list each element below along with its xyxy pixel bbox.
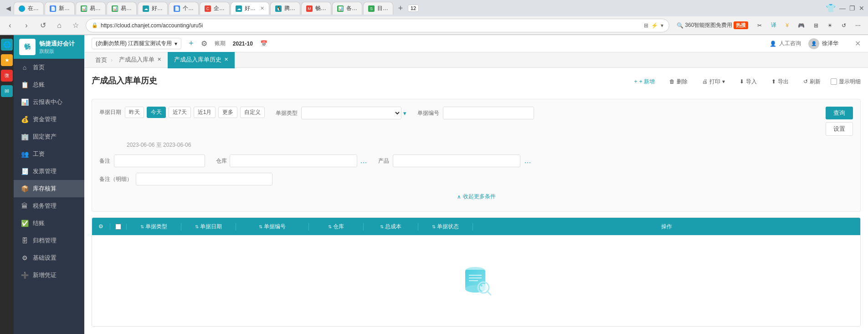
new-tab-button[interactable]: + bbox=[394, 2, 407, 15]
remark-detail-input[interactable] bbox=[136, 173, 272, 185]
browser-tab-12[interactable]: S 目… bbox=[363, 2, 393, 15]
import-button[interactable]: ⬇ 导入 bbox=[735, 76, 761, 88]
sidebar-item-salary[interactable]: 👥 工资 bbox=[14, 145, 84, 163]
maximize-button[interactable]: ❐ bbox=[849, 5, 855, 12]
display-checkbox[interactable] bbox=[831, 78, 837, 85]
tab-history-close-icon[interactable]: ✕ bbox=[224, 57, 228, 62]
tab-list[interactable]: 产成品入库单 ✕ bbox=[113, 52, 168, 68]
sidebar-item-ledger[interactable]: 📋 总账 bbox=[14, 76, 84, 93]
refresh-button[interactable]: ↺ 刷新 bbox=[799, 76, 825, 88]
new-button[interactable]: + + 新增 bbox=[630, 76, 659, 88]
product-dots-icon[interactable]: … bbox=[524, 157, 531, 165]
undo-button[interactable]: ↺ bbox=[838, 21, 850, 31]
date-more-button[interactable]: 更多 bbox=[218, 107, 237, 118]
browser-tab-11[interactable]: 📊 各… bbox=[332, 2, 362, 15]
browser-tab-1[interactable]: 🌐 在… bbox=[14, 2, 44, 15]
th-cost[interactable]: ⇅ 总成本 bbox=[364, 223, 418, 231]
date-custom-button[interactable]: 自定义 bbox=[240, 107, 265, 118]
sidebar-weibo-icon[interactable]: 微 bbox=[1, 70, 13, 82]
select-all-checkbox[interactable] bbox=[115, 224, 121, 230]
app-logo-icon[interactable]: 🌐 bbox=[1, 39, 13, 51]
url-bar[interactable]: 🔒 https://cloud.chanjet.com/accounting/u… bbox=[86, 19, 669, 32]
tab-count[interactable]: 12 bbox=[408, 5, 419, 12]
tab-list-close-icon[interactable]: ✕ bbox=[157, 57, 161, 62]
tab-8-close-icon[interactable]: ✕ bbox=[260, 5, 264, 11]
browser-tab-7[interactable]: C 企… bbox=[200, 2, 230, 15]
type-select-input[interactable] bbox=[301, 107, 401, 119]
print-button[interactable]: 🖨 打印 ▾ bbox=[698, 76, 729, 88]
browser-tab-3[interactable]: 📊 易… bbox=[76, 2, 106, 15]
query-button[interactable]: 查询 bbox=[826, 107, 853, 119]
minimize-button[interactable]: — bbox=[839, 5, 846, 12]
sidebar-item-settlement[interactable]: ✅ 结账 bbox=[14, 215, 84, 232]
refresh-button[interactable]: ↺ bbox=[36, 19, 49, 32]
user-service-button[interactable]: 👤 人工咨询 bbox=[770, 40, 801, 47]
th-number[interactable]: ⇅ 单据编号 bbox=[236, 223, 309, 231]
bookmark-button[interactable]: ☆ bbox=[69, 19, 82, 32]
browser-tab-6[interactable]: 📄 个… bbox=[169, 2, 199, 15]
company-dropdown-icon: ▾ bbox=[175, 41, 177, 47]
breadcrumb-home[interactable]: 首页 bbox=[92, 56, 111, 64]
home-button[interactable]: ⌂ bbox=[53, 19, 66, 32]
browser-tab-10[interactable]: M 畅… bbox=[301, 2, 331, 15]
date-today-button[interactable]: 今天 bbox=[147, 107, 166, 118]
export-button[interactable]: ⬆ 导出 bbox=[767, 76, 793, 88]
sidebar-item-inventory[interactable]: 📦 库存核算 bbox=[14, 180, 84, 197]
add-company-button[interactable]: + bbox=[189, 39, 194, 48]
th-check[interactable] bbox=[110, 224, 127, 230]
delete-button[interactable]: 🗑 删除 bbox=[665, 76, 692, 88]
service-person-icon: 👤 bbox=[770, 41, 776, 47]
back-button[interactable]: ‹ bbox=[4, 19, 16, 32]
sidebar-mail-icon[interactable]: ✉ bbox=[1, 85, 13, 97]
sidebar-item-invoice[interactable]: 🧾 发票管理 bbox=[14, 163, 84, 180]
browser-tab-8[interactable]: ☁ 好… ✕ bbox=[231, 2, 269, 15]
browser-tab-5[interactable]: ☁ 好… bbox=[138, 2, 168, 15]
company-selector[interactable]: (勿删勿禁用) 江西腿宝测试专用 ▾ bbox=[92, 38, 181, 49]
th-date[interactable]: ⇅ 单据日期 bbox=[181, 223, 236, 231]
remark-input[interactable] bbox=[114, 154, 205, 167]
warehouse-dots-icon[interactable]: … bbox=[360, 157, 367, 165]
sidebar-item-archive[interactable]: 🗄 归档管理 bbox=[14, 232, 84, 249]
sidebar-item-report[interactable]: 📊 云报表中心 bbox=[14, 93, 84, 111]
theme-button[interactable]: ☀ bbox=[824, 21, 836, 31]
sidebar-item-basic[interactable]: ⚙ 基础设置 bbox=[14, 249, 84, 267]
sidebar-item-new-bill[interactable]: ➕ 新增凭证 bbox=[14, 267, 84, 284]
th-settings[interactable]: ⚙ bbox=[92, 223, 110, 230]
grid-button[interactable]: ⊞ bbox=[810, 21, 822, 31]
th-warehouse[interactable]: ⇅ 仓库 bbox=[309, 223, 364, 231]
date-1month-button[interactable]: 近1月 bbox=[194, 107, 216, 118]
game-button[interactable]: 🎮 bbox=[794, 21, 808, 31]
browser-tab-9[interactable]: 🐧 腾… bbox=[270, 2, 300, 15]
search-bar[interactable]: 🔍 360智能抠图免费用 热搜 bbox=[673, 20, 752, 31]
sidebar-item-fixed-assets[interactable]: 🏢 固定资产 bbox=[14, 128, 84, 145]
th-status[interactable]: ⇅ 单据状态 bbox=[418, 223, 473, 231]
tab-list-label: 产成品入库单 bbox=[119, 56, 154, 64]
sidebar-item-home[interactable]: ⌂ 首页 bbox=[14, 59, 84, 76]
user-profile[interactable]: 👤 徐泽华 bbox=[808, 38, 838, 49]
settings-button[interactable]: 设置 bbox=[826, 122, 853, 136]
sidebar-item-fund[interactable]: 💰 资金管理 bbox=[14, 111, 84, 128]
scissors-button[interactable]: ✂ bbox=[754, 21, 765, 31]
browser-tab-2[interactable]: 📄 新… bbox=[45, 2, 75, 15]
sidebar-item-tax[interactable]: 🏛 税务管理 bbox=[14, 197, 84, 215]
th-type[interactable]: ⇅ 单据类型 bbox=[127, 223, 181, 231]
more-button[interactable]: ⋯ bbox=[852, 21, 864, 31]
number-input[interactable] bbox=[443, 107, 534, 119]
panel-close-button[interactable]: ✕ bbox=[855, 39, 861, 48]
browser-tab-4[interactable]: 📊 易… bbox=[107, 2, 137, 15]
sidebar-star-icon[interactable]: ★ bbox=[1, 54, 13, 66]
settings-gear-icon[interactable]: ⚙ bbox=[201, 39, 207, 48]
tab-history[interactable]: 产成品入库单历史 ✕ bbox=[168, 52, 235, 68]
collapse-bar[interactable]: ∧ 收起更多条件 bbox=[99, 189, 853, 204]
translate-button[interactable]: 译 bbox=[767, 20, 780, 31]
shirt-icon[interactable]: 👕 bbox=[826, 3, 836, 13]
date-7days-button[interactable]: 近7天 bbox=[169, 107, 191, 118]
display-toggle[interactable]: 显示明细 bbox=[831, 78, 861, 86]
close-window-button[interactable]: ✕ bbox=[859, 5, 864, 12]
calendar-icon[interactable]: 📅 bbox=[260, 40, 267, 47]
product-input[interactable] bbox=[393, 154, 520, 167]
currency-button[interactable]: ¥ bbox=[782, 21, 792, 31]
forward-button[interactable]: › bbox=[20, 19, 33, 32]
date-yesterday-button[interactable]: 昨天 bbox=[125, 107, 144, 118]
warehouse-input[interactable] bbox=[230, 154, 357, 167]
